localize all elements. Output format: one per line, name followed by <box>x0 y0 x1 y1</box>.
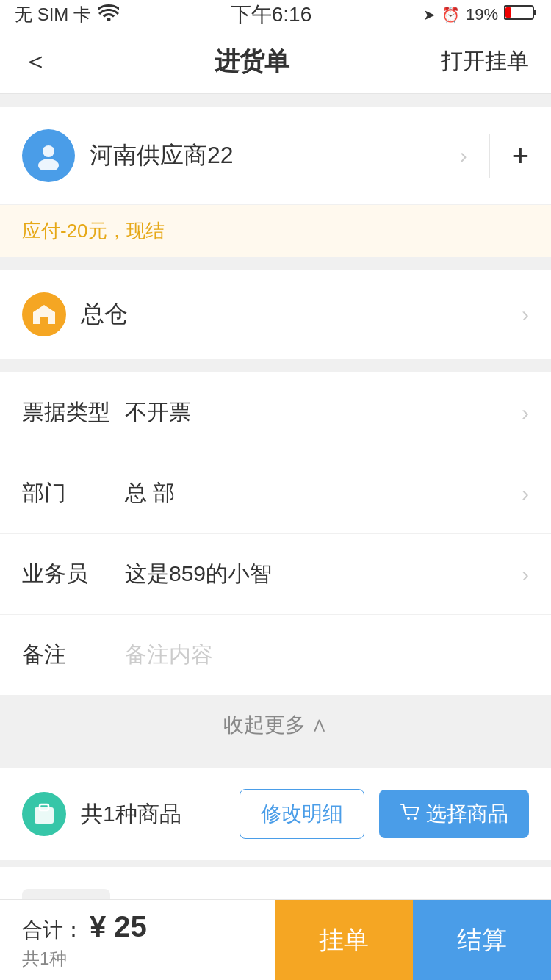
supplier-divider <box>489 134 490 178</box>
cart-icon <box>400 802 420 826</box>
svg-rect-2 <box>505 7 511 18</box>
total-count: 共1种 <box>22 947 253 970</box>
page-title: 进货单 <box>63 45 441 79</box>
invoice-type-row[interactable]: 票据类型 不开票 › <box>0 372 551 453</box>
supplier-avatar <box>22 129 75 182</box>
section-gap-1 <box>0 94 551 107</box>
section-gap-4 <box>0 755 551 768</box>
invoice-type-value: 不开票 <box>110 397 522 428</box>
product-count-text: 共1种商品 <box>81 799 225 829</box>
total-label: 合计： <box>22 916 84 944</box>
remark-input[interactable]: 备注内容 <box>110 640 529 670</box>
select-product-button[interactable]: 选择商品 <box>379 790 529 838</box>
status-carrier: 无 SIM 卡 <box>15 3 119 26</box>
svg-point-9 <box>407 817 410 820</box>
invoice-type-chevron-icon: › <box>522 400 529 425</box>
supplier-name: 河南供应商22 <box>90 140 460 172</box>
wifi-icon <box>98 4 119 25</box>
warehouse-icon <box>22 292 66 336</box>
status-time: 下午6:16 <box>231 1 312 29</box>
department-row[interactable]: 部门 总 部 › <box>0 453 551 533</box>
department-label: 部门 <box>22 478 110 508</box>
supplier-section: 河南供应商22 › + 应付-20元，现结 <box>0 107 551 257</box>
department-chevron-icon: › <box>522 481 529 506</box>
warehouse-name: 总仓 <box>81 298 522 331</box>
supplier-chevron-icon: › <box>460 143 467 168</box>
footer-total: 合计： ¥ 25 共1种 <box>0 910 275 970</box>
salesperson-value: 这是859的小智 <box>110 559 522 589</box>
carrier-text: 无 SIM 卡 <box>15 3 91 26</box>
svg-point-3 <box>43 145 54 157</box>
section-gap-2 <box>0 257 551 270</box>
battery-text: 19% <box>466 5 498 24</box>
svg-point-10 <box>414 817 417 820</box>
edit-detail-button[interactable]: 修改明细 <box>240 789 364 839</box>
svg-rect-1 <box>533 10 536 15</box>
select-product-label: 选择商品 <box>426 800 508 828</box>
svg-rect-6 <box>40 317 48 324</box>
product-count-icon <box>22 792 66 836</box>
open-hang-button[interactable]: 打开挂单 <box>441 46 529 76</box>
form-section: 票据类型 不开票 › 部门 总 部 › 业务员 这是859的小智 › 备注 备注… <box>0 372 551 695</box>
hang-button[interactable]: 挂单 <box>275 900 413 981</box>
location-icon: ➤ <box>423 6 436 24</box>
warehouse-row[interactable]: 总仓 › <box>0 270 551 359</box>
section-gap-3 <box>0 359 551 372</box>
salesperson-chevron-icon: › <box>522 562 529 587</box>
footer: 合计： ¥ 25 共1种 挂单 结算 <box>0 899 551 980</box>
status-bar: 无 SIM 卡 下午6:16 ➤ ⏰ 19% <box>0 0 551 29</box>
warehouse-chevron-icon: › <box>522 302 529 327</box>
supplier-row[interactable]: 河南供应商22 › + <box>0 107 551 205</box>
product-header: 共1种商品 修改明细 选择商品 <box>0 768 551 860</box>
warehouse-section[interactable]: 总仓 › <box>0 270 551 359</box>
invoice-type-label: 票据类型 <box>22 397 110 428</box>
total-amount: ¥ 25 <box>90 910 147 943</box>
remark-row[interactable]: 备注 备注内容 <box>0 614 551 695</box>
salesperson-label: 业务员 <box>22 559 110 589</box>
back-button[interactable]: ＜ <box>22 36 63 87</box>
alarm-icon: ⏰ <box>442 6 460 24</box>
battery-icon <box>504 4 536 25</box>
checkout-button[interactable]: 结算 <box>413 900 551 981</box>
department-value: 总 部 <box>110 478 522 508</box>
collapse-bar[interactable]: 收起更多 ∧ <box>0 695 551 755</box>
status-right: ➤ ⏰ 19% <box>423 4 536 25</box>
svg-point-4 <box>38 159 59 170</box>
add-supplier-button[interactable]: + <box>512 140 529 173</box>
nav-bar: ＜ 进货单 打开挂单 <box>0 29 551 94</box>
salesperson-row[interactable]: 业务员 这是859的小智 › <box>0 533 551 614</box>
remark-label: 备注 <box>22 640 110 670</box>
notice-bar: 应付-20元，现结 <box>0 205 551 257</box>
